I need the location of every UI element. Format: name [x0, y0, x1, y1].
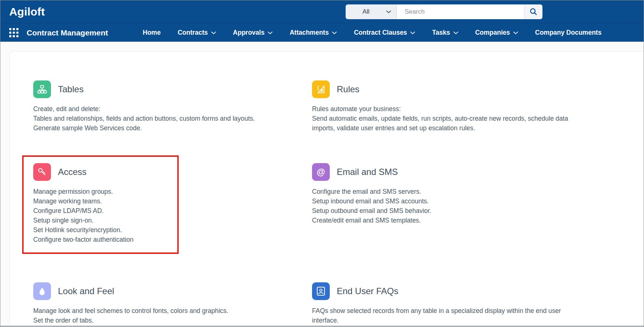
section-title[interactable]: Access	[58, 167, 86, 177]
section-text-line: Configure the email and SMS servers.	[312, 187, 589, 196]
sitemap-icon[interactable]	[33, 80, 51, 98]
nav-item-label: Company Documents	[535, 29, 602, 37]
search-icon	[529, 7, 538, 16]
nav-item-home[interactable]: Home	[143, 29, 161, 37]
nav-item-approvals[interactable]: Approvals	[233, 29, 273, 37]
section-text-line: Tables and relationships, fields and act…	[33, 114, 292, 123]
section-title[interactable]: Rules	[337, 84, 359, 94]
nav-item-tasks[interactable]: Tasks	[432, 29, 458, 37]
section-text-line: Generate sample Web Services code.	[33, 123, 292, 133]
section-text-line: FAQs show selected records from any tabl…	[312, 306, 589, 325]
chevron-down-icon	[211, 31, 216, 34]
search-scope-value: All	[346, 8, 386, 16]
nav-item-company-documents[interactable]: Company Documents	[535, 29, 602, 37]
main-content: Tables Create, edit and delete:Tables an…	[0, 42, 644, 327]
section-text-line: Setup outbound email and SMS behavior.	[312, 206, 589, 216]
key-icon[interactable]	[33, 163, 51, 181]
app-title: Contract Management	[27, 28, 108, 37]
chevron-down-icon	[513, 31, 518, 34]
nav-bar: Contract Management HomeContractsApprova…	[0, 23, 644, 42]
section-text-line: Set Hotlink security/encryption.	[33, 225, 292, 235]
setup-sections-grid: Tables Create, edit and delete:Tables an…	[33, 80, 644, 327]
search-bar: All	[346, 4, 542, 19]
chevron-down-icon	[268, 31, 273, 34]
droplet-icon[interactable]	[33, 282, 51, 300]
section-text-line: Create/edit email and SMS templates.	[312, 216, 589, 225]
agiloft-logo[interactable]: Agiloft	[9, 6, 45, 18]
section-description: Rules automate your business:Send automa…	[312, 104, 589, 133]
chevron-down-icon	[386, 10, 391, 13]
section-title[interactable]: Email and SMS	[337, 167, 398, 177]
search-scope-select[interactable]: All	[346, 4, 397, 19]
nav-item-attachments[interactable]: Attachments	[290, 29, 337, 37]
section-text-line: Manage working teams.	[33, 196, 292, 206]
section-text-line: Manage look and feel schemes to control …	[33, 306, 292, 316]
section-description: Configure the email and SMS servers.Setu…	[312, 187, 589, 225]
at-icon[interactable]: @	[312, 163, 330, 181]
search-button[interactable]	[524, 4, 542, 19]
section-description: FAQs show selected records from any tabl…	[312, 306, 589, 325]
section-text-line: Configure LDAP/MS AD.	[33, 206, 292, 216]
section-description: Create, edit and delete:Tables and relat…	[33, 104, 292, 133]
section-tables: Tables Create, edit and delete:Tables an…	[33, 80, 312, 133]
nav-item-label: Contracts	[178, 29, 208, 37]
nav-item-label: Approvals	[233, 29, 265, 37]
section-access: Access Manage permission groups.Manage w…	[33, 163, 312, 244]
section-description: Manage permission groups.Manage working …	[33, 187, 292, 244]
section-text-line: Send automatic emails, update fields, ru…	[312, 114, 589, 133]
section-text-line: Rules automate your business:	[312, 104, 589, 114]
chevron-down-icon	[453, 31, 458, 34]
app-grid-icon[interactable]	[9, 28, 18, 37]
section-look-and-feel: Look and Feel Manage look and feel schem…	[33, 282, 312, 327]
search-input[interactable]	[397, 4, 524, 19]
setup-card: Tables Create, edit and delete:Tables an…	[10, 51, 644, 327]
section-email-and-sms: @ Email and SMS Configure the email and …	[312, 163, 644, 225]
section-text-line: Setup single sign-on.	[33, 216, 292, 225]
section-title[interactable]: Look and Feel	[58, 286, 114, 296]
nav-item-contracts[interactable]: Contracts	[178, 29, 216, 37]
nav-item-label: Attachments	[290, 29, 329, 37]
section-title[interactable]: Tables	[58, 84, 83, 94]
section-text-line: Set the order of tabs.	[33, 316, 292, 325]
svg-text:@: @	[317, 167, 325, 177]
triangle-ruler-icon[interactable]	[312, 80, 330, 98]
top-bar: Agiloft All	[0, 0, 644, 23]
section-end-user-faqs: End User FAQs FAQs show selected records…	[312, 282, 644, 325]
section-text-line: Create, edit and delete:	[33, 104, 292, 114]
nav-item-label: Contract Clauses	[354, 29, 407, 37]
main-nav: HomeContractsApprovalsAttachmentsContrac…	[143, 29, 644, 37]
chevron-down-icon	[332, 31, 337, 34]
nav-item-label: Home	[143, 29, 161, 37]
chevron-down-icon	[410, 31, 415, 34]
nav-item-companies[interactable]: Companies	[475, 29, 518, 37]
bottom-window-edge	[0, 326, 644, 327]
section-text-line: Manage permission groups.	[33, 187, 292, 196]
nav-item-contract-clauses[interactable]: Contract Clauses	[354, 29, 415, 37]
person-card-icon[interactable]	[312, 282, 330, 300]
nav-item-label: Companies	[475, 29, 510, 37]
nav-item-label: Tasks	[432, 29, 450, 37]
section-text-line: Configure two-factor authentication	[33, 235, 292, 244]
section-text-line: Setup inbound email and SMS accounts.	[312, 196, 589, 206]
section-description: Manage look and feel schemes to control …	[33, 306, 292, 327]
section-rules: Rules Rules automate your business:Send …	[312, 80, 644, 133]
section-title[interactable]: End User FAQs	[337, 286, 398, 296]
